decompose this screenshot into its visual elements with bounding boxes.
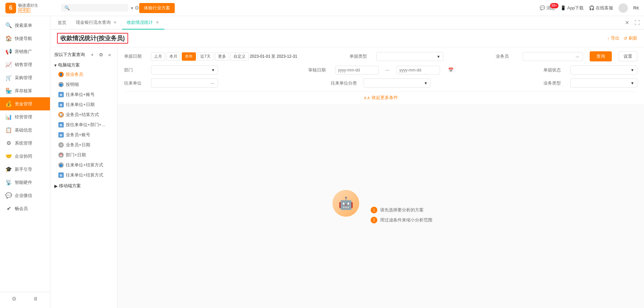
- step-num-2: 2: [371, 217, 377, 223]
- scheme-item-partner-account[interactable]: ▦ 往来单位+账号: [50, 90, 117, 100]
- salesperson-filter-select[interactable]: ···: [523, 52, 583, 61]
- inventory-icon: 🏪: [5, 88, 12, 94]
- top-search-area[interactable]: 🔍: [61, 4, 128, 12]
- refresh-button[interactable]: ↺ 刷新: [624, 35, 637, 41]
- scheme-item-salesperson-account[interactable]: ▦ 业务员+账号: [50, 130, 117, 140]
- sidebar-item-sales[interactable]: 📈 销售管理: [0, 58, 50, 71]
- scheme-item-by-detail[interactable]: 👥 按明细: [50, 80, 117, 90]
- collapse-sidebar-icon[interactable]: ⏸: [33, 296, 38, 302]
- settings-icon[interactable]: ⚙: [135, 5, 139, 11]
- date-btn-custom[interactable]: 自定义: [230, 52, 249, 61]
- date-btn-more[interactable]: 更多: [215, 52, 229, 61]
- sidebar-item-smart-hardware[interactable]: 📡 智能硬件: [0, 176, 50, 189]
- sidebar-item-label: 搜索菜单: [15, 22, 32, 29]
- sidebar-item-management[interactable]: 📊 经营管理: [0, 110, 50, 123]
- trial-button[interactable]: 体验行业方案: [139, 3, 175, 13]
- tab-receipts-close[interactable]: ✕: [155, 20, 160, 25]
- settings-footer-icon[interactable]: ⚙: [12, 296, 16, 302]
- scheme-item-salesperson-settlement[interactable]: 📊 业务员+结算方式: [50, 110, 117, 120]
- main-content: 按以下方案查询 + ⚙ « ▾ 电脑端方案 👤 按业务员: [50, 47, 644, 308]
- customer-select[interactable]: ···: [151, 79, 218, 88]
- review-date-start[interactable]: [335, 66, 379, 74]
- scheme-item-label: 往来单位+结算方式: [66, 172, 103, 178]
- scheme-item-partner-settlement1[interactable]: 👥 往来单位+结算方式: [50, 160, 117, 170]
- scheme-item-partner-dept-recv[interactable]: ▦ 按往来单位+部门+收...: [50, 120, 117, 130]
- tab-home[interactable]: 首页: [53, 16, 71, 30]
- doc-status-chevron: ▾: [631, 67, 634, 72]
- scheme-settings-button[interactable]: ⚙: [98, 51, 104, 58]
- salesperson-dots: ···: [576, 54, 579, 59]
- collapse-btn[interactable]: ∧∧ 收起更多条件: [364, 95, 398, 101]
- finance-icon: 💰: [5, 101, 12, 107]
- sidebar-item-newcomer[interactable]: 🎓 新手引导: [0, 163, 50, 176]
- logo-text: 畅捷通好生: [18, 3, 38, 8]
- sidebar-item-system[interactable]: ⚙ 系统管理: [0, 137, 50, 150]
- sidebar-item-purchase[interactable]: 🛒 采购管理: [0, 71, 50, 84]
- calendar-icon-start[interactable]: 📅: [448, 67, 453, 72]
- scheme-item-partner-settlement2[interactable]: ▦ 往来单位+结算方式: [50, 170, 117, 180]
- sidebar: 🔍 搜索菜单 🏠 快捷导航 📢 营销推广 📈 销售管理 🛒 采购管理 🏪 库存核…: [0, 16, 50, 308]
- date-group: 上月 本月 本年 近7天 更多 自定义 2023-01-01 至 2023-12…: [151, 52, 297, 61]
- online-service-button[interactable]: 🎧 在线客服: [589, 5, 613, 11]
- app-download-button[interactable]: 📱 App下载: [560, 5, 584, 11]
- close-tab-icon[interactable]: ✕: [624, 19, 631, 26]
- scheme-header-label: 按以下方案查询: [54, 52, 85, 58]
- date-dash: —: [385, 67, 390, 72]
- scheme-group-desktop[interactable]: ▾ 电脑端方案: [50, 61, 117, 69]
- filter-area: 单据日期 上月 本月 本年 近7天 更多 自定义 2023-01-01 至 20…: [117, 47, 644, 105]
- biz-type-select[interactable]: ▾: [570, 79, 637, 88]
- app-download-label: App下载: [567, 5, 584, 11]
- doc-type-select[interactable]: ▾: [376, 52, 443, 61]
- tab-cashflow-label: 现金银行流水查询: [76, 19, 111, 25]
- scheme-item-icon-detail: 👥: [58, 82, 64, 87]
- sidebar-item-finance[interactable]: 💰 资金管理: [0, 97, 50, 110]
- export-label: 导出: [611, 35, 620, 41]
- dept-select[interactable]: ▾: [151, 65, 218, 74]
- scheme-item-dept-date[interactable]: ⏰ 部门+日期: [50, 150, 117, 160]
- scheme-add-button[interactable]: +: [89, 51, 96, 58]
- sidebar-item-member[interactable]: ✔ 畅会员: [0, 202, 50, 215]
- export-button[interactable]: ↑ 导出: [607, 35, 620, 41]
- customer-cat-select[interactable]: ▾: [364, 79, 431, 88]
- query-button[interactable]: 查询: [590, 51, 612, 61]
- user-name[interactable]: Rit: [633, 5, 639, 10]
- sidebar-item-basic-info[interactable]: 📋 基础信息: [0, 123, 50, 137]
- tab-cashflow[interactable]: 现金银行流水查询 ✕: [71, 16, 122, 30]
- date-btn-7days[interactable]: 近7天: [197, 52, 214, 61]
- scheme-item-by-salesperson[interactable]: 👤 按业务员: [50, 69, 117, 80]
- sidebar-item-wechat[interactable]: 💬 企业微信: [0, 189, 50, 202]
- wechat-icon: 💬: [5, 192, 12, 199]
- sidebar-item-search[interactable]: 🔍 搜索菜单: [0, 19, 50, 32]
- scheme-item-salesperson-date[interactable]: ⚙ 业务员+日期: [50, 140, 117, 150]
- sidebar-item-marketing[interactable]: 📢 营销推广: [0, 45, 50, 58]
- date-btn-this-year[interactable]: 本年: [182, 52, 196, 61]
- marketing-icon: 📢: [5, 48, 12, 55]
- content-area: 首页 现金银行流水查询 ✕ 收款情况统计 ✕ ✕ ⛶ 收款情况统计(按业务员) …: [50, 16, 644, 308]
- step-1-label: 请先选择要分析的方案: [380, 207, 424, 213]
- user-avatar[interactable]: [619, 3, 628, 13]
- scheme-item-partner-date[interactable]: ▦ 往来单位+日期: [50, 100, 117, 110]
- scheme-group-mobile-arrow: ▶: [54, 184, 58, 189]
- doc-status-label: 单据状态: [543, 67, 564, 73]
- scheme-item-label: 部门+日期: [66, 152, 86, 158]
- messages-button[interactable]: 💬 消息 99+: [540, 5, 555, 11]
- nav-down-icon[interactable]: ▾: [131, 5, 133, 11]
- sidebar-item-enterprise[interactable]: 🤝 企业协同: [0, 150, 50, 163]
- tab-cashflow-close[interactable]: ✕: [113, 20, 117, 25]
- sidebar-item-inventory[interactable]: 🏪 库存核算: [0, 84, 50, 97]
- date-btn-last-month[interactable]: 上月: [151, 52, 165, 61]
- scheme-collapse-button[interactable]: «: [106, 51, 113, 58]
- review-date-end[interactable]: [396, 66, 440, 74]
- scheme-item-icon-partner-date: ▦: [58, 102, 64, 107]
- sidebar-item-quicknav[interactable]: 🏠 快捷导航: [0, 32, 50, 45]
- date-btn-this-month[interactable]: 本月: [166, 52, 180, 61]
- expand-tab-icon[interactable]: ⛶: [633, 20, 641, 26]
- scheme-panel: 按以下方案查询 + ⚙ « ▾ 电脑端方案 👤 按业务员: [50, 47, 117, 308]
- logo-icon: 6: [5, 3, 16, 13]
- sidebar-item-label: 企业协同: [15, 153, 32, 159]
- scheme-group-mobile[interactable]: ▶ 移动端方案: [50, 182, 117, 190]
- search-icon: 🔍: [64, 5, 70, 10]
- doc-status-select[interactable]: ▾: [570, 65, 637, 74]
- settings-button[interactable]: 设置: [619, 51, 637, 61]
- tab-receipts[interactable]: 收款情况统计 ✕: [122, 16, 164, 30]
